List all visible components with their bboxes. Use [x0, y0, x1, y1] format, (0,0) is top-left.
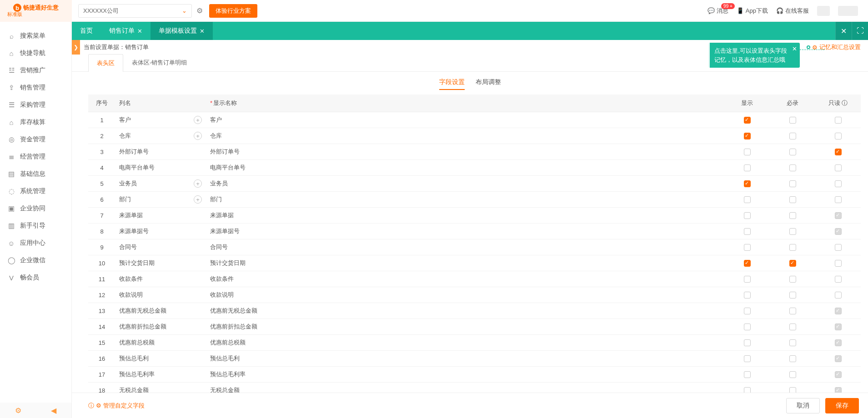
- required-checkbox[interactable]: [789, 355, 796, 362]
- sidebar-item-搜索菜单[interactable]: ⌕搜索菜单: [0, 27, 71, 45]
- collapse-icon[interactable]: ◀: [51, 406, 56, 415]
- cell-display[interactable]: 业务员: [206, 176, 724, 192]
- show-checkbox[interactable]: [744, 164, 751, 171]
- avatar-menu[interactable]: [838, 6, 858, 16]
- close-all-tabs[interactable]: ✕: [835, 22, 852, 40]
- memory-settings-link[interactable]: ⚙ 记忆和汇总设置: [807, 43, 861, 51]
- tab-销售订单[interactable]: 销售订单✕: [101, 22, 151, 40]
- required-checkbox[interactable]: [789, 228, 796, 235]
- service-link[interactable]: 🎧 在线客服: [776, 7, 809, 15]
- readonly-checkbox[interactable]: [835, 149, 842, 155]
- sidebar-item-采购管理[interactable]: ☰采购管理: [0, 96, 71, 114]
- show-checkbox[interactable]: [744, 149, 751, 155]
- required-checkbox[interactable]: [789, 212, 796, 219]
- cell-display[interactable]: 来源单据: [206, 208, 724, 224]
- cell-display[interactable]: 来源单据号: [206, 224, 724, 239]
- cell-display[interactable]: 外部订单号: [206, 144, 724, 160]
- sidebar-item-基础信息[interactable]: ▤基础信息: [0, 165, 71, 183]
- show-checkbox[interactable]: [744, 276, 751, 283]
- tab-首页[interactable]: 首页: [72, 22, 101, 40]
- crumb-collapse-icon[interactable]: ❯: [72, 40, 80, 55]
- sidebar-item-应用中心[interactable]: ☺应用中心: [0, 234, 71, 252]
- required-checkbox[interactable]: [789, 196, 796, 203]
- sidebar-item-畅会员[interactable]: V畅会员: [0, 269, 71, 286]
- show-checkbox[interactable]: [744, 133, 751, 139]
- show-checkbox[interactable]: [744, 339, 751, 346]
- table-wrap[interactable]: 序号 列名 *显示名称 显示 必录 只读 ⓘ 1客户+客户2仓库+仓库3外部订单…: [72, 95, 868, 393]
- cell-display[interactable]: 预估总毛利率: [206, 367, 724, 383]
- close-icon[interactable]: ✕: [137, 28, 142, 35]
- messages-link[interactable]: 💬 消息 99 +: [707, 7, 728, 15]
- readonly-checkbox[interactable]: [835, 117, 842, 124]
- save-button[interactable]: 保存: [825, 398, 859, 413]
- company-select[interactable]: XXXXXX公司 ⌄: [78, 4, 192, 18]
- required-checkbox[interactable]: [789, 387, 796, 393]
- cell-display[interactable]: 仓库: [206, 128, 724, 144]
- cell-display[interactable]: 优惠前总税额: [206, 335, 724, 351]
- readonly-checkbox[interactable]: [835, 164, 842, 171]
- readonly-checkbox[interactable]: [835, 133, 842, 139]
- cell-display[interactable]: 部门: [206, 192, 724, 208]
- required-checkbox[interactable]: [789, 260, 796, 267]
- add-icon[interactable]: +: [194, 195, 202, 204]
- cell-display[interactable]: 收款说明: [206, 287, 724, 303]
- readonly-checkbox[interactable]: [835, 196, 842, 203]
- expand-tabs[interactable]: ⛶: [852, 22, 868, 40]
- show-checkbox[interactable]: [744, 308, 751, 314]
- required-checkbox[interactable]: [789, 180, 796, 187]
- readonly-checkbox[interactable]: [835, 292, 842, 299]
- show-checkbox[interactable]: [744, 260, 751, 267]
- subtab-表体区-销售订单明细[interactable]: 表体区-销售订单明细: [123, 54, 196, 71]
- show-checkbox[interactable]: [744, 371, 751, 378]
- required-checkbox[interactable]: [789, 164, 796, 171]
- required-checkbox[interactable]: [789, 276, 796, 283]
- cell-display[interactable]: 收款条件: [206, 271, 724, 287]
- required-checkbox[interactable]: [789, 339, 796, 346]
- cancel-button[interactable]: 取消: [786, 398, 820, 413]
- show-checkbox[interactable]: [744, 228, 751, 235]
- sidebar-item-新手引导[interactable]: ▥新手引导: [0, 217, 71, 234]
- show-checkbox[interactable]: [744, 323, 751, 330]
- show-checkbox[interactable]: [744, 212, 751, 219]
- tab-单据模板设置[interactable]: 单据模板设置✕: [151, 22, 213, 40]
- sidebar-item-经营管理[interactable]: ≣经营管理: [0, 148, 71, 165]
- tooltip-close-icon[interactable]: ✕: [792, 45, 797, 54]
- sidebar-item-营销推广[interactable]: ☳营销推广: [0, 62, 71, 79]
- cell-display[interactable]: 电商平台单号: [206, 160, 724, 176]
- cell-display[interactable]: 客户: [206, 112, 724, 128]
- show-checkbox[interactable]: [744, 180, 751, 187]
- gear-icon[interactable]: ⚙: [196, 6, 203, 15]
- required-checkbox[interactable]: [789, 244, 796, 251]
- logo[interactable]: b 畅捷通好生意 标准版: [0, 0, 72, 22]
- show-checkbox[interactable]: [744, 244, 751, 251]
- cell-display[interactable]: 预估总毛利: [206, 351, 724, 367]
- show-checkbox[interactable]: [744, 387, 751, 393]
- sidebar-item-快捷导航[interactable]: ⌂快捷导航: [0, 45, 71, 62]
- show-checkbox[interactable]: [744, 117, 751, 124]
- required-checkbox[interactable]: [789, 371, 796, 378]
- add-icon[interactable]: +: [194, 179, 202, 188]
- midtab-布局调整[interactable]: 布局调整: [476, 78, 501, 90]
- cell-display[interactable]: 优惠前无税总金额: [206, 303, 724, 319]
- sidebar-item-销售管理[interactable]: ⇪销售管理: [0, 79, 71, 96]
- required-checkbox[interactable]: [789, 292, 796, 299]
- required-checkbox[interactable]: [789, 323, 796, 330]
- readonly-checkbox[interactable]: [835, 244, 842, 251]
- show-checkbox[interactable]: [744, 292, 751, 299]
- sidebar-item-企业协同[interactable]: ▣企业协同: [0, 200, 71, 217]
- add-icon[interactable]: +: [194, 116, 202, 124]
- required-checkbox[interactable]: [789, 133, 796, 139]
- midtab-字段设置[interactable]: 字段设置: [439, 78, 465, 90]
- readonly-checkbox[interactable]: [835, 276, 842, 283]
- trial-button[interactable]: 体验行业方案: [209, 4, 257, 18]
- cell-display[interactable]: 优惠前折扣总金额: [206, 319, 724, 335]
- required-checkbox[interactable]: [789, 149, 796, 155]
- readonly-checkbox[interactable]: [835, 180, 842, 187]
- sidebar-item-资金管理[interactable]: ◎资金管理: [0, 131, 71, 148]
- cell-display[interactable]: 无税总金额: [206, 383, 724, 393]
- add-icon[interactable]: +: [194, 132, 202, 140]
- download-link[interactable]: 📱 App下载: [737, 7, 768, 15]
- show-checkbox[interactable]: [744, 355, 751, 362]
- sidebar-item-系统管理[interactable]: ◌系统管理: [0, 183, 71, 200]
- avatar-small[interactable]: [817, 6, 830, 16]
